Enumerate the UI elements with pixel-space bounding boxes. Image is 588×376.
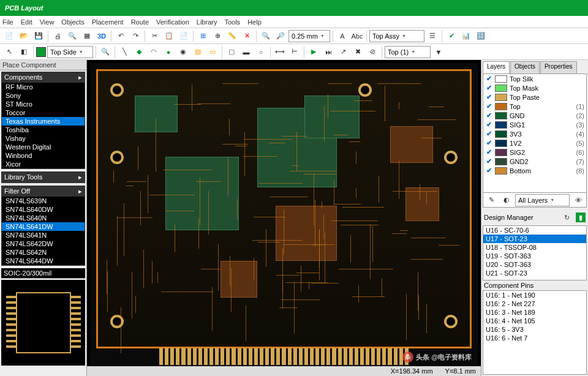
redo-icon[interactable]: ↷ xyxy=(129,29,142,43)
vendor-item[interactable]: Western Digital xyxy=(2,143,85,151)
poly-tool-icon[interactable]: ▨ xyxy=(191,45,205,59)
undo-icon[interactable]: ↶ xyxy=(114,29,127,43)
dm-item[interactable]: U16 - SC-70-6 xyxy=(483,226,586,235)
cut-icon[interactable]: ✂ xyxy=(148,29,161,43)
layer-contrast-icon[interactable]: ◐ xyxy=(500,194,513,207)
part-item[interactable]: SN74LS642N xyxy=(2,248,85,257)
circle-tool-icon[interactable]: ○ xyxy=(254,45,268,59)
layer-row[interactable]: ✔SIG2(6) xyxy=(483,148,586,157)
menu-edit[interactable]: Edit xyxy=(21,18,32,26)
panel-toggle-icon[interactable]: ◧ xyxy=(17,45,31,59)
pin-item[interactable]: U16: 3 - Net 189 xyxy=(483,308,586,317)
dm-refresh-icon[interactable]: ↻ xyxy=(560,211,573,224)
vendor-item[interactable]: Xicor xyxy=(2,160,85,168)
open-icon[interactable]: 📂 xyxy=(17,29,31,43)
part-item[interactable]: SN74LS640N xyxy=(2,214,85,222)
3d-button[interactable]: 3D xyxy=(95,29,108,43)
menu-route[interactable]: Route xyxy=(131,18,149,26)
dm-item[interactable]: U17 - SOT-23 xyxy=(483,235,586,243)
layer-edit-icon[interactable]: ✎ xyxy=(484,194,498,207)
layer-down-icon[interactable]: ▼ xyxy=(432,45,445,59)
part-item[interactable]: SN74LS640DW xyxy=(2,205,85,214)
units-icon[interactable]: 📏 xyxy=(225,29,239,43)
tab-properties[interactable]: Properties xyxy=(540,61,577,73)
menu-file[interactable]: File xyxy=(2,18,13,26)
filter-header[interactable]: Filter Off xyxy=(2,186,85,197)
vendor-item[interactable]: ST Micro xyxy=(2,100,85,108)
pcb-canvas[interactable]: X=198.34 mm Y=8.1 mm xyxy=(87,60,481,376)
vendor-list[interactable]: RF MicroSonyST MicroToccorTexas Instrume… xyxy=(2,83,85,168)
layer-row[interactable]: ✔1V2(5) xyxy=(483,138,586,148)
all-layers-dropdown[interactable]: All Layers xyxy=(515,194,570,206)
find-icon[interactable]: 🔍 xyxy=(99,45,112,59)
part-item[interactable]: SN74LS644DW xyxy=(2,257,85,265)
report-icon[interactable]: 📊 xyxy=(459,29,473,43)
assembly-dropdown[interactable]: Top Assy xyxy=(369,30,424,42)
dm-collapse-icon[interactable]: ▮ xyxy=(576,212,586,222)
vendor-item[interactable]: Vishay xyxy=(2,134,85,143)
pin-item[interactable]: U16: 2 - Net 227 xyxy=(483,299,586,308)
new-icon[interactable]: 📄 xyxy=(2,29,16,43)
via-tool-icon[interactable]: ● xyxy=(162,45,175,59)
print-icon[interactable]: 🖨 xyxy=(51,29,64,43)
step-icon[interactable]: ⏭ xyxy=(322,45,335,59)
pin-item[interactable]: U16: 5 - 3V3 xyxy=(483,325,586,334)
pin-item[interactable]: U16: 1 - Net 190 xyxy=(483,291,586,299)
part-item[interactable]: SN74LS642DW xyxy=(2,239,85,248)
side-dropdown[interactable]: Top Side xyxy=(47,46,93,58)
library-tools-header[interactable]: Library Tools xyxy=(2,172,85,182)
zoomout-icon[interactable]: 🔎 xyxy=(274,29,287,43)
layer-row[interactable]: ✔GND2(7) xyxy=(483,157,586,166)
text-tool-icon[interactable]: A xyxy=(336,29,349,43)
fill-tool-icon[interactable]: ▬ xyxy=(239,45,253,59)
vendor-item[interactable]: Texas Instruments xyxy=(2,117,85,126)
layer-row[interactable]: ✔Top Silk xyxy=(483,74,586,83)
text-style-icon[interactable]: Abc xyxy=(350,29,364,43)
fanout-icon[interactable]: ✖ xyxy=(351,45,364,59)
snap-icon[interactable]: ✕ xyxy=(240,29,254,43)
grid-dropdown[interactable]: 0.25 mm xyxy=(288,30,330,42)
menu-objects[interactable]: Objects xyxy=(61,18,84,26)
save-icon[interactable]: 💾 xyxy=(32,29,45,43)
pin-item[interactable]: U16: 4 - Net 105 xyxy=(483,317,586,325)
layer-row[interactable]: ✔GND(2) xyxy=(483,111,586,120)
menu-view[interactable]: View xyxy=(40,18,55,26)
vendor-item[interactable]: Toccor xyxy=(2,108,85,117)
zoomin-icon[interactable]: 🔍 xyxy=(259,29,273,43)
copy-icon[interactable]: 📋 xyxy=(162,29,176,43)
tab-layers[interactable]: Layers xyxy=(483,61,510,73)
part-list[interactable]: SN74LS639NSN74LS640DWSN74LS640NSN74LS641… xyxy=(2,197,85,265)
vendor-item[interactable]: Toshiba xyxy=(2,126,85,134)
dm-item[interactable]: U21 - SOT-23 xyxy=(483,269,586,277)
rect-tool-icon[interactable]: ▢ xyxy=(225,45,238,59)
pin-item[interactable]: U16: 6 - Net 7 xyxy=(483,334,586,342)
line-tool-icon[interactable]: ╲ xyxy=(118,45,131,59)
menu-help[interactable]: Help xyxy=(247,18,262,26)
dm-item[interactable]: U18 - TSSOP-08 xyxy=(483,243,586,252)
dm-item[interactable]: U20 - SOT-363 xyxy=(483,260,586,269)
part-item[interactable]: SN74LS639N xyxy=(2,197,85,205)
active-layer-dropdown[interactable]: Top (1) xyxy=(385,46,431,58)
autoroute-icon[interactable]: ↗ xyxy=(336,45,350,59)
drc-icon[interactable]: ✔ xyxy=(445,29,458,43)
preview-icon[interactable]: 🔍 xyxy=(66,29,79,43)
layer-row[interactable]: ✔Top(1) xyxy=(483,102,586,111)
arc-tool-icon[interactable]: ◠ xyxy=(147,45,160,59)
vendor-item[interactable]: Sony xyxy=(2,91,85,100)
vendor-item[interactable]: Winbond xyxy=(2,151,85,160)
dm-item[interactable]: U19 - SOT-363 xyxy=(483,252,586,260)
menu-library[interactable]: Library xyxy=(197,18,217,26)
dimension-icon[interactable]: ⊢ xyxy=(288,45,301,59)
layer-row[interactable]: ✔SIG1(3) xyxy=(483,120,586,129)
paste-icon[interactable]: 📄 xyxy=(177,29,190,43)
renumber-icon[interactable]: 🔢 xyxy=(474,29,488,43)
titles-icon[interactable]: ▦ xyxy=(80,29,94,43)
layer-swatch-icon[interactable] xyxy=(36,47,46,57)
part-item[interactable]: SN74LS641DW xyxy=(2,222,85,231)
layer-row[interactable]: ✔Top Paste xyxy=(483,92,586,102)
vendor-item[interactable]: RF Micro xyxy=(2,83,85,91)
menu-tools[interactable]: Tools xyxy=(224,18,240,26)
design-manager-list[interactable]: U16 - SC-70-6U17 - SOT-23U18 - TSSOP-08U… xyxy=(483,225,587,280)
layer-row[interactable]: ✔3V3(4) xyxy=(483,129,586,138)
components-header[interactable]: Components xyxy=(2,72,85,83)
